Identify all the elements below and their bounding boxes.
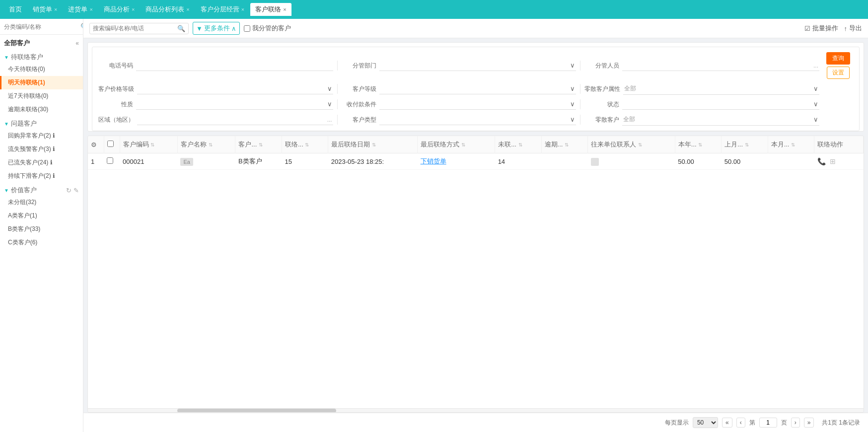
- th-this-month[interactable]: 本月... ⇅: [768, 136, 814, 153]
- nav-product-analysis-close[interactable]: ×: [132, 6, 135, 12]
- th-contact-person[interactable]: 往来单位联系人 ⇅: [588, 136, 675, 153]
- ellipsis-icon-region[interactable]: ...: [327, 116, 332, 123]
- group-problem-customers[interactable]: ▼ 问题客户: [0, 116, 83, 129]
- toolbar-search-icon[interactable]: 🔍: [177, 25, 185, 32]
- value-edit-icon[interactable]: ✎: [73, 187, 79, 194]
- th-last-method[interactable]: 最后联络方式 ⇅: [418, 136, 495, 153]
- query-button[interactable]: 查询: [826, 52, 850, 65]
- nav-customer-contact[interactable]: 客户联络 ×: [250, 3, 291, 16]
- nav-customer-tier-close[interactable]: ×: [241, 6, 244, 12]
- filter-payment-select[interactable]: ∨: [379, 99, 577, 110]
- th-code[interactable]: 客户编码 ⇅: [120, 136, 177, 153]
- all-customers-header[interactable]: 全部客户 «: [0, 35, 83, 50]
- last-method-link[interactable]: 下销货单: [421, 157, 446, 165]
- table-scroll-area[interactable]: ⚙ 客户编码 ⇅ 客户名称: [88, 136, 864, 408]
- th-this-year-label: 本年...: [678, 141, 697, 148]
- nav-purchase[interactable]: 进货单 ×: [63, 3, 97, 16]
- filter-person-select[interactable]: ...: [622, 61, 819, 71]
- sort-icon-lmonth: ⇅: [745, 142, 749, 147]
- sidebar-item-declining[interactable]: 持续下滑客户(2) ℹ: [0, 169, 83, 183]
- select-all-checkbox[interactable]: [107, 141, 114, 147]
- gear-icon[interactable]: ⚙: [91, 141, 97, 148]
- filter-status-select[interactable]: ∨: [622, 99, 819, 110]
- sidebar-item-churned[interactable]: 已流失客户(24) ℹ: [0, 156, 83, 169]
- nav-product-analysis[interactable]: 商品分析 ×: [99, 3, 140, 16]
- th-last-date[interactable]: 最后联络日期 ⇅: [328, 136, 418, 153]
- sidebar-item-tomorrow[interactable]: 明天待联络(1): [0, 76, 83, 89]
- th-contact-count[interactable]: 联络... ⇅: [282, 136, 328, 153]
- sidebar-item-class-c[interactable]: C类客户(6): [0, 236, 83, 249]
- table-header-row: ⚙ 客户编码 ⇅ 客户名称: [88, 136, 864, 153]
- nav-customer-contact-close[interactable]: ×: [283, 6, 286, 12]
- ellipsis-icon-person[interactable]: ...: [813, 62, 818, 69]
- nav-sales[interactable]: 销货单 ×: [28, 3, 62, 16]
- filter-price-level-select[interactable]: ∨: [137, 83, 333, 94]
- th-gear[interactable]: ⚙: [88, 136, 104, 153]
- per-page-label: 每页显示: [665, 419, 689, 427]
- filter-customer-type-select[interactable]: ∨: [379, 114, 577, 125]
- th-type[interactable]: 客户... ⇅: [235, 136, 282, 153]
- filter-retail-customer-select[interactable]: 全部 ∨: [622, 114, 819, 126]
- my-customers-checkbox[interactable]: [244, 25, 250, 32]
- sidebar-item-churn-warning[interactable]: 流失预警客户(3) ℹ: [0, 143, 83, 156]
- filter-dept-select[interactable]: ∨: [379, 60, 577, 71]
- nav-customer-tier[interactable]: 客户分层经营 ×: [196, 3, 249, 16]
- nav-purchase-close[interactable]: ×: [89, 6, 92, 12]
- th-uncontacted[interactable]: 未联... ⇅: [495, 136, 541, 153]
- th-action-label: 联络动作: [817, 141, 843, 148]
- filter-phone-input[interactable]: [136, 61, 333, 71]
- search-input[interactable]: [93, 25, 175, 32]
- sidebar-item-class-b[interactable]: B类客户(33): [0, 222, 83, 236]
- sidebar-item-ungrouped[interactable]: 未分组(32): [0, 196, 83, 209]
- export-button[interactable]: ↑ 导出: [844, 24, 863, 33]
- th-this-year[interactable]: 本年... ⇅: [675, 136, 721, 153]
- nav-product-analysis-list-close[interactable]: ×: [186, 6, 189, 12]
- nav-home[interactable]: 首页: [4, 3, 27, 16]
- first-page-button[interactable]: «: [722, 418, 732, 428]
- th-last-month[interactable]: 上月... ⇅: [722, 136, 768, 153]
- more-conditions-button[interactable]: ▼ 更多条件 ∧: [193, 22, 240, 35]
- group-pending-contact[interactable]: ▼ 待联络客户: [0, 50, 83, 63]
- th-name[interactable]: 客户名称 ⇅: [177, 136, 235, 153]
- td-uncontacted: 14: [495, 153, 541, 170]
- td-checkbox[interactable]: [104, 153, 120, 170]
- filter-row-2: 客户价格等级 ∨ 客户等级 ∨: [98, 83, 853, 95]
- td-last-method[interactable]: 下销货单: [418, 153, 495, 170]
- batch-op-button[interactable]: ☑ 批量操作: [804, 24, 838, 33]
- sidebar-item-repurchase-anomaly[interactable]: 回购异常客户(2) ℹ: [0, 129, 83, 143]
- value-refresh-icon[interactable]: ↻: [66, 187, 72, 194]
- filter-region-select[interactable]: ...: [137, 115, 333, 125]
- sidebar-item-class-a[interactable]: A类客户(1): [0, 209, 83, 222]
- horizontal-scrollbar[interactable]: [88, 408, 864, 412]
- action-contact-icon[interactable]: 📞: [817, 157, 826, 165]
- per-page-select[interactable]: 50 100 200: [693, 417, 718, 428]
- next-page-button[interactable]: ›: [791, 418, 800, 428]
- checkbox-icon: ☑: [804, 25, 810, 32]
- filter-nature-select[interactable]: ∨: [136, 99, 333, 110]
- group-value-customers[interactable]: ▼ 价值客户 ↻ ✎: [0, 183, 83, 196]
- setting-button[interactable]: 设置: [827, 67, 850, 79]
- page-input[interactable]: [759, 418, 777, 428]
- scrollbar-thumb[interactable]: [177, 409, 336, 413]
- sidebar-item-7days[interactable]: 近7天待联络(0): [0, 89, 83, 103]
- prev-page-button[interactable]: ‹: [736, 418, 745, 428]
- nav-customer-contact-label: 客户联络: [255, 5, 281, 14]
- page-unit-label: 页: [781, 419, 787, 427]
- th-checkbox[interactable]: [104, 136, 120, 153]
- filter-customer-level-select[interactable]: ∨: [379, 83, 577, 94]
- batch-op-label: 批量操作: [812, 24, 838, 33]
- row-checkbox[interactable]: [107, 157, 113, 164]
- filter-retail-customer-value: 全部: [623, 115, 635, 124]
- sidebar-collapse-icon[interactable]: «: [75, 40, 79, 47]
- sidebar-search-input[interactable]: [4, 23, 78, 30]
- nav-sales-close[interactable]: ×: [54, 6, 57, 12]
- sidebar-item-today[interactable]: 今天待联络(0): [0, 63, 83, 76]
- my-customers-toggle[interactable]: 我分管的客户: [244, 24, 291, 33]
- nav-purchase-label: 进货单: [68, 5, 87, 14]
- th-overdue[interactable]: 逾期... ⇅: [541, 136, 587, 153]
- filter-retail-attr-select[interactable]: 全部 ∨: [623, 83, 819, 95]
- sidebar-item-overdue[interactable]: 逾期未联络(30): [0, 103, 83, 116]
- last-page-button[interactable]: »: [804, 418, 814, 428]
- nav-product-analysis-list[interactable]: 商品分析列表 ×: [141, 3, 194, 16]
- action-more-icon[interactable]: ⊞: [830, 157, 836, 165]
